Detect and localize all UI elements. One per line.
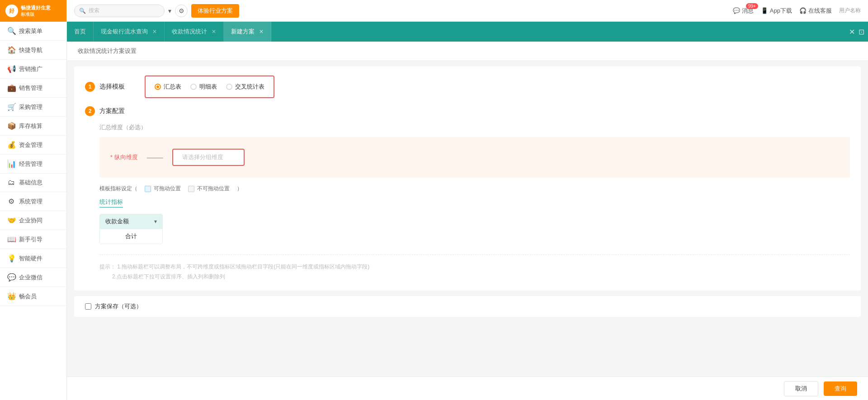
tab-cashflow-close[interactable]: ✕ bbox=[152, 28, 157, 35]
home-icon: 🏠 bbox=[7, 46, 15, 54]
search-icon-topbar: 🔍 bbox=[79, 8, 86, 14]
dropdown-icon[interactable]: ▾ bbox=[168, 7, 171, 14]
radio-summary[interactable]: 汇总表 bbox=[155, 83, 181, 91]
message-badge: 99+ bbox=[746, 3, 758, 9]
page-content: 收款情况统计方案设置 1 选择模板 汇总表 bbox=[67, 42, 868, 400]
movable-label: 可拖动位置 bbox=[154, 185, 181, 193]
dim-section-label: 汇总维度（必选） bbox=[99, 123, 850, 132]
system-icon: ⚙ bbox=[7, 197, 15, 206]
hint-fixed: 不可拖动位置 bbox=[188, 185, 230, 193]
basic-icon: 🗂 bbox=[7, 179, 15, 187]
sidebar: 好 畅捷通好生意 标准版 🔍 搜索菜单 🏠 快捷导航 📢 营销推广 💼 销售管理… bbox=[0, 0, 67, 400]
step1-num: 1 bbox=[85, 82, 95, 92]
sidebar-item-sales[interactable]: 💼 销售管理 bbox=[0, 79, 66, 98]
member-icon: 👑 bbox=[7, 292, 15, 301]
cancel-button[interactable]: 取消 bbox=[784, 381, 818, 396]
sidebar-item-guide[interactable]: 📖 新手引导 bbox=[0, 230, 66, 249]
config-section: 汇总维度（必选） 纵向维度 —— 请选择分组维度 模板指标设定（ bbox=[99, 123, 850, 282]
tab-new-plan-close[interactable]: ✕ bbox=[259, 28, 264, 35]
message-button[interactable]: 💬 消息 99+ bbox=[733, 7, 754, 15]
app-logo: 好 畅捷通好生意 标准版 bbox=[0, 0, 66, 22]
sidebar-label-weixin: 企业微信 bbox=[19, 273, 42, 282]
save-checkbox[interactable] bbox=[85, 303, 91, 310]
radio-detail-label: 明细表 bbox=[199, 83, 217, 91]
fixed-label: 不可拖动位置 bbox=[197, 185, 230, 193]
download-label: App下载 bbox=[770, 7, 792, 15]
tab-stats-close[interactable]: ✕ bbox=[212, 28, 216, 35]
step2-row: 2 方案配置 汇总维度（必选） 纵向维度 —— 请选择分组维度 bbox=[85, 106, 850, 282]
step2-title: 方案配置 bbox=[99, 107, 125, 115]
sidebar-item-nav[interactable]: 🏠 快捷导航 bbox=[0, 41, 66, 60]
sidebar-item-system[interactable]: ⚙ 系统管理 bbox=[0, 192, 66, 211]
sidebar-label-search: 搜索菜单 bbox=[19, 27, 42, 35]
sidebar-item-purchase[interactable]: 🛒 采购管理 bbox=[0, 98, 66, 117]
gear-icon: ⚙ bbox=[179, 7, 184, 14]
search-bar[interactable]: 🔍 搜索 bbox=[74, 5, 165, 17]
tabbar: 首页 现金银行流水查询 ✕ 收款情况统计 ✕ 新建方案 ✕ ✕ ⊡ bbox=[67, 22, 868, 42]
radio-cross-circle bbox=[226, 84, 232, 90]
sidebar-label-system: 系统管理 bbox=[19, 198, 42, 206]
management-icon: 📊 bbox=[7, 160, 15, 168]
message-icon: 💬 bbox=[733, 7, 740, 14]
radio-group: 汇总表 明细表 交叉统计表 bbox=[155, 83, 264, 91]
tips-text: 提示： 1.拖动标题栏可以调整布局，不可跨维度或指标区域拖动栏目字段(只能在同一… bbox=[99, 262, 850, 282]
step2-header: 2 方案配置 bbox=[85, 106, 850, 116]
tab-new-plan-label: 新建方案 bbox=[231, 28, 255, 36]
close-window-icon[interactable]: ✕ bbox=[849, 28, 855, 36]
sidebar-item-member[interactable]: 👑 畅会员 bbox=[0, 287, 66, 306]
metric-setting-label: 模板指标设定（ bbox=[99, 185, 137, 193]
sidebar-item-hardware[interactable]: 💡 智能硬件 bbox=[0, 249, 66, 268]
support-button[interactable]: 🎧 在线客服 bbox=[799, 7, 832, 15]
query-button[interactable]: 查询 bbox=[824, 381, 857, 396]
radio-summary-circle bbox=[155, 84, 161, 90]
metric-total-row: 合计 bbox=[100, 229, 162, 244]
search-placeholder: 搜索 bbox=[89, 7, 99, 14]
tab-home[interactable]: 首页 bbox=[67, 22, 94, 42]
sidebar-item-search[interactable]: 🔍 搜索菜单 bbox=[0, 22, 66, 41]
settings-button[interactable]: ⚙ bbox=[175, 5, 188, 17]
dim-select[interactable]: 请选择分组维度 bbox=[172, 149, 245, 166]
logo-icon: 好 bbox=[5, 5, 18, 17]
download-button[interactable]: 📱 App下载 bbox=[761, 7, 792, 15]
sidebar-item-weixin[interactable]: 💬 企业微信 bbox=[0, 268, 66, 287]
collab-icon: 🤝 bbox=[7, 216, 15, 225]
sidebar-label-member: 畅会员 bbox=[19, 292, 37, 301]
footer-bar: 取消 查询 bbox=[67, 376, 868, 400]
sidebar-item-finance[interactable]: 💰 资金管理 bbox=[0, 136, 66, 155]
industry-button[interactable]: 体验行业方案 bbox=[191, 4, 239, 18]
dim-arrow: —— bbox=[147, 153, 163, 162]
tab-home-label: 首页 bbox=[74, 28, 86, 36]
radio-cross[interactable]: 交叉统计表 bbox=[226, 83, 264, 91]
purchase-icon: 🛒 bbox=[7, 103, 15, 111]
tab-stats[interactable]: 收款情况统计 ✕ bbox=[165, 22, 224, 42]
main-area: 🔍 搜索 ▾ ⚙ 体验行业方案 💬 消息 99+ 📱 App下载 🎧 在线客服 … bbox=[67, 0, 868, 400]
movable-dot bbox=[145, 186, 151, 192]
sidebar-label-guide: 新手引导 bbox=[19, 235, 42, 244]
radio-detail[interactable]: 明细表 bbox=[190, 83, 217, 91]
sidebar-item-inventory[interactable]: 📦 库存核算 bbox=[0, 117, 66, 136]
radio-cross-label: 交叉统计表 bbox=[235, 83, 264, 91]
logo-sub-text: 标准版 bbox=[21, 11, 51, 18]
finance-icon: 💰 bbox=[7, 141, 15, 149]
main-card: 1 选择模板 汇总表 明细表 bbox=[74, 66, 861, 291]
hardware-icon: 💡 bbox=[7, 254, 15, 263]
metric-header[interactable]: 收款金额 ▾ bbox=[100, 214, 162, 229]
tip-prefix: 提示： 1.拖动标题栏可以调整布局，不可跨维度或指标区域拖动栏目字段(只能在同一… bbox=[99, 262, 850, 272]
sidebar-item-marketing[interactable]: 📢 营销推广 bbox=[0, 60, 66, 79]
sidebar-item-basic[interactable]: 🗂 基础信息 bbox=[0, 174, 66, 192]
sidebar-label-inventory: 库存核算 bbox=[19, 122, 42, 130]
chevron-down-icon: ▾ bbox=[154, 218, 157, 225]
tips-section: 提示： 1.拖动标题栏可以调整布局，不可跨维度或指标区域拖动栏目字段(只能在同一… bbox=[99, 254, 850, 282]
weixin-icon: 💬 bbox=[7, 273, 15, 282]
sidebar-item-collab[interactable]: 🤝 企业协同 bbox=[0, 211, 66, 230]
tab-cashflow[interactable]: 现金银行流水查询 ✕ bbox=[94, 22, 165, 42]
save-label: 方案保存（可选） bbox=[95, 302, 142, 311]
sidebar-label-marketing: 营销推广 bbox=[19, 65, 42, 73]
metric-hint: 模板指标设定（ 可拖动位置 不可拖动位置 ） bbox=[99, 185, 850, 193]
sidebar-item-management[interactable]: 📊 经营管理 bbox=[0, 155, 66, 174]
fixed-dot bbox=[188, 186, 194, 192]
tab-new-plan[interactable]: 新建方案 ✕ bbox=[224, 22, 271, 42]
guide-icon: 📖 bbox=[7, 235, 15, 244]
dimension-area: 纵向维度 —— 请选择分组维度 bbox=[99, 137, 850, 178]
maximize-icon[interactable]: ⊡ bbox=[859, 28, 864, 36]
